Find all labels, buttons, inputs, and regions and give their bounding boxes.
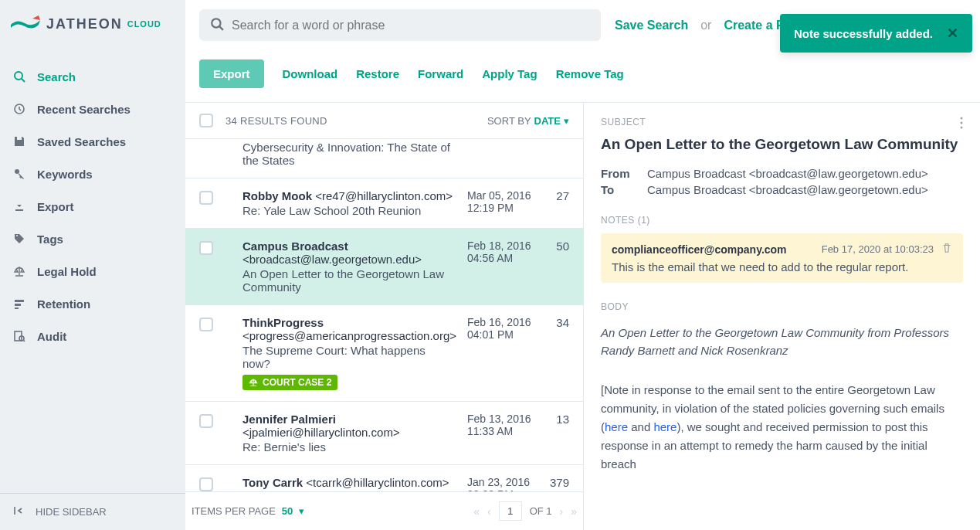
more-menu-button[interactable] — [960, 117, 963, 131]
svg-rect-6 — [15, 307, 19, 309]
next-page-button[interactable]: › — [560, 505, 564, 518]
page-of: OF 1 — [530, 505, 552, 517]
row-checkbox[interactable] — [199, 191, 213, 205]
row-subject: Re: Bernie's lies — [242, 440, 455, 454]
list-row[interactable]: ThinkProgress <progress@americanprogress… — [185, 305, 583, 402]
row-sender: Campus Broadcast — [242, 240, 455, 253]
detail-panel: SUBJECT An Open Letter to the Georgetown… — [584, 103, 980, 530]
list-footer: ITEMS PER PAGE 50 ▾ « ‹ OF 1 › » — [185, 491, 583, 530]
last-page-button[interactable]: » — [571, 505, 577, 518]
sidebar-item-export[interactable]: Export — [0, 190, 185, 223]
row-subject: Re: Yale Law School 20th Reunion — [242, 204, 455, 217]
row-size: 27 — [549, 189, 569, 202]
body-intro: An Open Letter to the Georgetown Law Com… — [601, 324, 963, 359]
search-icon — [12, 70, 26, 83]
page-input[interactable] — [499, 501, 522, 521]
sidebar-item-keywords[interactable]: Keywords — [0, 158, 185, 190]
export-button[interactable]: Export — [199, 59, 264, 88]
forward-button[interactable]: Forward — [418, 67, 463, 80]
note-card: complianceofficer@company.com Feb 17, 20… — [601, 233, 963, 283]
svg-line-9 — [23, 340, 25, 341]
sidebar-item-label: Saved Searches — [37, 135, 126, 148]
logo-icon — [9, 14, 42, 34]
sidebar-item-recent[interactable]: Recent Searches — [0, 93, 185, 125]
row-checkbox[interactable] — [199, 477, 213, 491]
apply-tag-button[interactable]: Apply Tag — [482, 67, 537, 80]
or-text: or — [700, 19, 711, 32]
detail-subject: An Open Letter to the Georgetown Law Com… — [601, 136, 963, 153]
hide-sidebar-button[interactable]: HIDE SIDEBAR — [0, 493, 185, 530]
ipp-value[interactable]: 50 — [282, 505, 293, 517]
row-email: <progress@americanprogressaction.org> — [242, 329, 455, 342]
svg-point-14 — [961, 122, 963, 124]
subject-label: SUBJECT — [601, 117, 960, 127]
row-sender: ThinkProgress — [242, 316, 455, 329]
row-checkbox[interactable] — [199, 414, 213, 428]
list-row[interactable]: Robby Mook <re47@hillaryclinton.com> Re:… — [185, 178, 583, 229]
collapse-icon — [12, 505, 25, 519]
hide-sidebar-label: HIDE SIDEBAR — [36, 506, 107, 518]
svg-point-11 — [212, 19, 220, 27]
meta-from: From Campus Broadcast <broadcast@law.geo… — [601, 167, 963, 180]
select-all-checkbox[interactable] — [199, 114, 213, 127]
note-text: This is the email that we need to add to… — [612, 260, 952, 273]
meta-to: To Campus Broadcast <broadcast@law.georg… — [601, 183, 963, 196]
sort-control[interactable]: SORT BY DATE ▾ — [487, 115, 569, 127]
row-date: Jan 23, 201608:08 PM — [467, 476, 537, 491]
scale-icon — [12, 264, 26, 278]
row-subject: An Open Letter to the Georgetown Law Com… — [242, 267, 455, 294]
restore-button[interactable]: Restore — [356, 67, 399, 80]
list-header: 34 RESULTS FOUND SORT BY DATE ▾ — [185, 103, 583, 139]
delete-note-button[interactable] — [941, 243, 952, 256]
tag-icon — [12, 232, 26, 246]
row-checkbox[interactable] — [199, 318, 213, 331]
save-search-link[interactable]: Save Search — [615, 19, 688, 32]
toast-close-button[interactable]: ✕ — [947, 25, 958, 42]
row-checkbox[interactable] — [199, 241, 213, 255]
row-date: Mar 05, 201612:19 PM — [467, 189, 537, 214]
list-row[interactable]: Jennifer Palmieri <jpalmieri@hillaryclin… — [185, 402, 583, 465]
from-label: From — [601, 167, 632, 180]
tag-badge[interactable]: COURT CASE 2 — [242, 375, 337, 390]
row-size: 34 — [549, 316, 569, 329]
sidebar-item-search[interactable]: Search — [0, 60, 185, 93]
row-date: Feb 18, 201604:56 AM — [467, 240, 537, 264]
list-row[interactable]: Tony Carrk <tcarrk@hillaryclinton.com> G… — [185, 465, 583, 491]
to-value: Campus Broadcast <broadcast@law.georgeto… — [647, 183, 928, 196]
svg-point-13 — [961, 117, 963, 120]
note-author: complianceofficer@company.com — [612, 243, 822, 256]
toast-message: Note successfully added. — [794, 27, 933, 40]
body-label: BODY — [601, 301, 963, 312]
notes-label: NOTES (1) — [601, 215, 963, 226]
first-page-button[interactable]: « — [473, 505, 480, 518]
list-body: Cybersecurity & Innovation: The State of… — [185, 139, 583, 491]
svg-point-15 — [961, 127, 963, 129]
row-sender: Tony Carrk <tcarrk@hillaryclinton.com> — [242, 476, 455, 489]
sidebar-item-retention[interactable]: Retention — [0, 287, 185, 320]
sidebar-item-saved[interactable]: Saved Searches — [0, 125, 185, 158]
sidebar-item-label: Keywords — [37, 168, 93, 181]
list-row[interactable]: Cybersecurity & Innovation: The State of… — [185, 139, 583, 178]
remove-tag-button[interactable]: Remove Tag — [556, 67, 624, 80]
to-label: To — [601, 183, 632, 196]
sidebar-item-label: Recent Searches — [37, 103, 131, 116]
row-subject: Goldman Sachs paid speeches — [242, 491, 455, 491]
history-icon — [12, 102, 26, 116]
prev-page-button[interactable]: ‹ — [487, 505, 491, 518]
body-link-2[interactable]: here — [653, 420, 677, 433]
search-input[interactable] — [232, 19, 590, 32]
list-row[interactable]: Campus Broadcast <broadcast@law.georgeto… — [185, 229, 583, 305]
list-panel: 34 RESULTS FOUND SORT BY DATE ▾ Cybersec — [185, 103, 584, 530]
svg-rect-4 — [15, 300, 24, 302]
svg-line-12 — [219, 26, 223, 30]
search-box[interactable] — [199, 9, 601, 41]
svg-line-1 — [22, 79, 25, 82]
body-link-1[interactable]: here — [605, 420, 628, 433]
download-button[interactable]: Download — [283, 67, 338, 80]
sidebar-item-audit[interactable]: Audit — [0, 320, 185, 352]
from-value: Campus Broadcast <broadcast@law.georgeto… — [647, 167, 928, 180]
row-size: 13 — [549, 413, 569, 426]
sidebar-item-tags[interactable]: Tags — [0, 223, 185, 255]
chevron-down-icon[interactable]: ▾ — [299, 505, 304, 517]
sidebar-item-legalhold[interactable]: Legal Hold — [0, 255, 185, 287]
